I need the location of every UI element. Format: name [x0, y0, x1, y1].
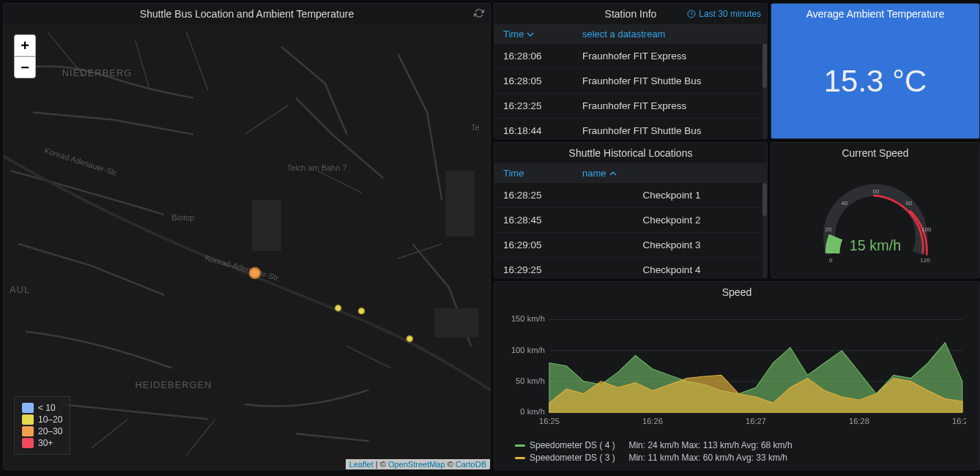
- map-canvas[interactable]: NIEDERBERG AUL HEIDEBERGEN Konrad Adenau…: [4, 24, 490, 469]
- chart-body[interactable]: 0 km/h50 km/h100 km/h150 km/h16:2516:261…: [494, 302, 979, 435]
- map-marker[interactable]: [335, 305, 341, 311]
- station-table: Time select a datastream 16:28:06Fraunho…: [494, 24, 767, 138]
- column-name[interactable]: name: [582, 168, 761, 179]
- table-body: 16:28:25Checkpoint 1 16:28:45Checkpoint …: [494, 183, 767, 278]
- map-title-text: Shuttle Bus Location and Ambient Tempera…: [140, 8, 354, 20]
- legend-label: 20–30: [38, 426, 62, 436]
- district-label: AUL: [10, 284, 30, 295]
- speed-chart-panel: Speed 0 km/h50 km/h100 km/h150 km/h16:25…: [494, 281, 980, 470]
- svg-rect-3: [252, 200, 281, 251]
- legend-label: 30+: [38, 438, 53, 448]
- svg-rect-1: [434, 308, 478, 338]
- panel-title[interactable]: Station Info Last 30 minutes: [494, 4, 767, 24]
- map-marker[interactable]: [407, 336, 412, 342]
- scrollbar-thumb[interactable]: [762, 44, 767, 88]
- legend-swatch: [22, 426, 34, 436]
- map-legend: < 10 10–20 20–30 30+: [14, 396, 70, 455]
- historical-table: Time name 16:28:25Checkpoint 1 16:28:45C…: [494, 163, 767, 278]
- column-datastream[interactable]: select a datastream: [582, 29, 761, 40]
- scrollbar[interactable]: [762, 44, 767, 138]
- gauge-body: 15 km/h 0 20 40 60 80 100 120: [771, 163, 979, 278]
- road-label: Te: [471, 123, 480, 132]
- chart-legend: Speedometer DS ( 4 ) Min: 24 km/h Max: 1…: [494, 435, 979, 469]
- hist-title-text: Shuttle Historical Locations: [569, 147, 693, 159]
- svg-text:60: 60: [872, 188, 879, 195]
- table-row[interactable]: 16:29:25Checkpoint 4: [494, 258, 767, 278]
- osm-link[interactable]: OpenStreetMap: [388, 460, 445, 469]
- scrollbar-thumb[interactable]: [762, 183, 767, 216]
- leaflet-link[interactable]: Leaflet: [349, 460, 374, 469]
- station-info-panel: Station Info Last 30 minutes Time select…: [494, 3, 768, 139]
- map-marker[interactable]: [359, 308, 365, 314]
- district-label: NIEDERBERG: [62, 67, 133, 78]
- station-title-text: Station Info: [605, 8, 657, 20]
- svg-text:0 km/h: 0 km/h: [520, 407, 545, 416]
- gauge-title-text: Current Speed: [842, 147, 908, 159]
- historical-locations-panel: Shuttle Historical Locations Time name 1…: [494, 142, 768, 278]
- svg-text:120: 120: [920, 257, 930, 264]
- zoom-in-button[interactable]: +: [14, 34, 36, 56]
- speed-chart: 0 km/h50 km/h100 km/h150 km/h16:2516:261…: [505, 310, 966, 427]
- legend-label: < 10: [38, 403, 56, 413]
- panel-title[interactable]: Speed: [494, 282, 979, 302]
- svg-text:16:28: 16:28: [849, 417, 869, 425]
- zoom-out-button[interactable]: −: [14, 56, 36, 78]
- panel-title[interactable]: Shuttle Historical Locations: [494, 143, 767, 163]
- time-range-selector[interactable]: Last 30 minutes: [687, 9, 761, 19]
- legend-entry[interactable]: Speedometer DS ( 4 ) Min: 24 km/h Max: 1…: [515, 440, 966, 450]
- zoom-controls: + −: [14, 34, 36, 78]
- current-speed-panel: Current Speed 15 km/h 0 20 40 60 80 100 …: [771, 142, 980, 278]
- legend-swatch: [22, 403, 34, 413]
- table-row[interactable]: 16:28:45Checkpoint 2: [494, 208, 767, 233]
- svg-text:16:29: 16:29: [952, 417, 966, 425]
- svg-text:100: 100: [921, 226, 932, 233]
- gauge-value: 15 km/h: [850, 237, 901, 253]
- map-attribution: Leaflet | © OpenStreetMap © CartoDB: [346, 459, 490, 469]
- legend-label: 10–20: [38, 414, 62, 425]
- refresh-icon[interactable]: [474, 8, 484, 21]
- road-label: Teich am Bahn ?: [287, 163, 347, 172]
- svg-text:40: 40: [841, 200, 847, 207]
- district-label: HEIDEBERGEN: [135, 379, 212, 390]
- avg-temperature-panel: Average Ambient Temperature 15.3 °C: [771, 3, 980, 139]
- svg-text:100 km/h: 100 km/h: [511, 346, 545, 354]
- table-header: Time name: [494, 163, 767, 183]
- table-row[interactable]: 16:18:44Fraunhofer FIT Shuttle Bus: [494, 119, 767, 138]
- svg-text:80: 80: [905, 200, 912, 207]
- legend-swatch: [22, 438, 34, 448]
- panel-title[interactable]: Average Ambient Temperature: [771, 4, 979, 24]
- table-body: 16:28:06Fraunhofer FIT Express 16:28:05F…: [494, 44, 767, 138]
- svg-text:150 km/h: 150 km/h: [511, 315, 545, 324]
- svg-text:20: 20: [825, 226, 832, 233]
- carto-link[interactable]: CartoDB: [456, 460, 486, 469]
- svg-text:50 km/h: 50 km/h: [516, 376, 545, 385]
- map-marker-orange[interactable]: [250, 268, 260, 278]
- svg-text:16:27: 16:27: [746, 417, 766, 425]
- legend-swatch: [22, 414, 34, 425]
- legend-entry[interactable]: Speedometer DS ( 3 ) Min: 11 km/h Max: 6…: [515, 453, 966, 463]
- svg-text:16:26: 16:26: [642, 417, 663, 425]
- temp-title-text: Average Ambient Temperature: [806, 8, 945, 20]
- road-label: Biotop: [171, 213, 194, 222]
- speed-title-text: Speed: [722, 286, 751, 298]
- svg-text:16:25: 16:25: [539, 417, 560, 425]
- column-time[interactable]: Time: [500, 168, 582, 179]
- table-row[interactable]: 16:23:25Fraunhofer FIT Express: [494, 94, 767, 119]
- column-time[interactable]: Time: [500, 29, 582, 40]
- map-svg: NIEDERBERG AUL HEIDEBERGEN Konrad Adenau…: [4, 24, 490, 469]
- panel-title[interactable]: Shuttle Bus Location and Ambient Tempera…: [4, 4, 490, 24]
- gauge-chart: 15 km/h 0 20 40 60 80 100 120: [809, 176, 941, 264]
- clock-icon: [687, 10, 696, 18]
- table-row[interactable]: 16:28:25Checkpoint 1: [494, 183, 767, 208]
- sort-desc-icon: [527, 31, 534, 38]
- legend-line-icon: [515, 445, 525, 447]
- svg-rect-2: [445, 171, 475, 237]
- scrollbar[interactable]: [762, 183, 767, 278]
- table-header: Time select a datastream: [494, 24, 767, 44]
- legend-line-icon: [515, 457, 525, 459]
- table-row[interactable]: 16:29:05Checkpoint 3: [494, 233, 767, 258]
- map-panel: Shuttle Bus Location and Ambient Tempera…: [3, 3, 491, 470]
- table-row[interactable]: 16:28:06Fraunhofer FIT Express: [494, 44, 767, 69]
- table-row[interactable]: 16:28:05Fraunhofer FIT Shuttle Bus: [494, 69, 767, 94]
- panel-title[interactable]: Current Speed: [771, 143, 979, 163]
